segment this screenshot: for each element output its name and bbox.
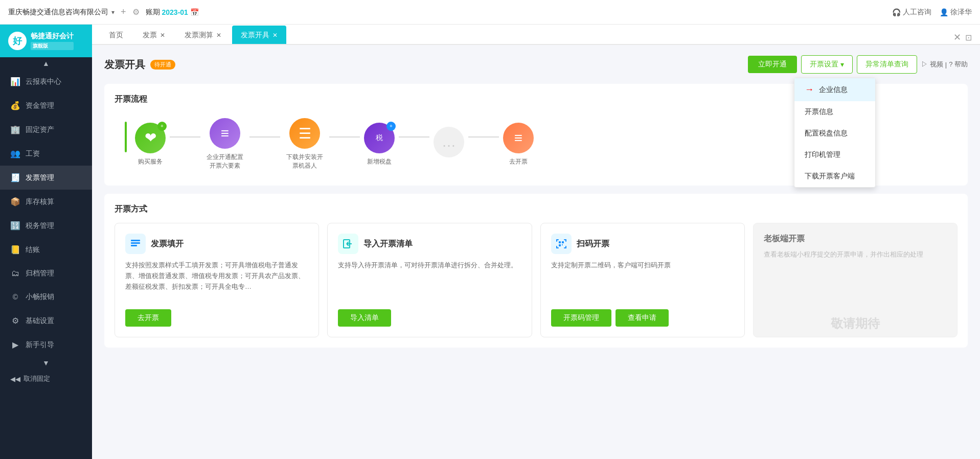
company-dropdown-icon[interactable]: ▾ (111, 9, 115, 16)
flow-step-addtax: 税 + 新增税盘 (364, 123, 395, 166)
video-help-button[interactable]: ▷ 视频 | ? 帮助 (921, 60, 968, 69)
settings-icon[interactable]: ⚙ (132, 7, 140, 17)
svg-rect-4 (559, 241, 561, 243)
tab-fapiao[interactable]: 发票 ✕ (134, 26, 174, 44)
tab-fapiao-close[interactable]: ✕ (160, 32, 165, 39)
tab-cesuan-close[interactable]: ✕ (216, 32, 221, 39)
sidebar-item-kucun[interactable]: 📦 库存核算 (0, 190, 92, 214)
tab-actions: ✕ ⊡ (953, 32, 972, 44)
step-label-buy: 购买服务 (138, 157, 163, 166)
logo-area: 好 畅捷通好会计 旗舰版 (0, 25, 92, 57)
method-scan-desc: 支持定制开票二维码，客户端可扫码开票 (551, 260, 734, 301)
method-card-boss: 老板端开票 查看老板端小程序提交的开票申请，并作出相应的处理 敬请期待 (753, 223, 958, 337)
abnormal-button[interactable]: 异常清单查询 (857, 55, 917, 74)
step-connector-1 (170, 136, 200, 137)
xinshou-icon: ▶ (10, 340, 20, 350)
sidebar-item-xinshou[interactable]: ▶ 新手引导 (0, 333, 92, 357)
step-badge-addtax: + (386, 122, 396, 131)
sidebar-item-xiaochang[interactable]: © 小畅报销 (0, 285, 92, 309)
sidebar-scroll-down[interactable]: ▼ (0, 357, 92, 369)
flow-left-border (125, 122, 127, 152)
company-name[interactable]: 重庆畅捷交通信息咨询有限公司 ▾ (8, 8, 115, 17)
dropdown-item-printer[interactable]: 打印机管理 (794, 144, 875, 166)
flow-step-go: ≡ 去开票 (503, 123, 534, 166)
add-button[interactable]: + (121, 7, 126, 17)
dropdown-item-enterprise-info[interactable]: → 企业信息 (794, 78, 875, 101)
sidebar-item-jichu[interactable]: ⚙ 基础设置 (0, 309, 92, 333)
sidebar-scroll-up[interactable]: ▲ (0, 57, 92, 70)
sidebar: 好 畅捷通好会计 旗舰版 ▲ 📊 云报表中心 💰 资金管理 🏢 固定资产 👥 工… (0, 25, 92, 459)
method-scan-header: 扫码开票 (551, 234, 734, 254)
dropdown-item-tax-disk[interactable]: 配置税盘信息 (794, 123, 875, 144)
step-connector-2 (249, 136, 280, 137)
calendar-icon[interactable]: 📅 (190, 8, 199, 16)
step-label-config: 企业开通配置开票六要素 (204, 153, 245, 170)
tab-home[interactable]: 首页 (100, 26, 132, 44)
sidebar-item-gongzi[interactable]: 👥 工资 (0, 142, 92, 166)
sidebar-cancel[interactable]: ◀◀ 取消固定 (0, 369, 92, 388)
red-arrow-icon: → (805, 84, 814, 95)
settings-dropdown-menu: → 企业信息 开票信息 配置税盘信息 打印机管理 下 (794, 78, 876, 188)
fill-go-button[interactable]: 去开票 (125, 309, 171, 327)
tab-close-window[interactable]: ✕ (953, 32, 961, 43)
tab-kaiju-close[interactable]: ✕ (272, 32, 278, 39)
svg-rect-6 (559, 244, 561, 246)
method-scan-icon (551, 234, 572, 254)
headset-icon: 🎧 (892, 8, 901, 16)
page-title-area: 发票开具 待开通 (104, 58, 175, 72)
sidebar-item-guidang[interactable]: 🗂 归档管理 (0, 262, 92, 285)
gudingzichan-icon: 🏢 (10, 125, 20, 134)
sidebar-item-jiezhang[interactable]: 📒 结账 (0, 238, 92, 262)
gongzi-icon: 👥 (10, 149, 20, 158)
sidebar-item-shuiwu[interactable]: 🔢 税务管理 (0, 214, 92, 238)
sidebar-item-fapiao[interactable]: 🧾 发票管理 (0, 166, 92, 190)
activate-button[interactable]: 立即开通 (748, 56, 797, 73)
scan-apply-button[interactable]: 查看申请 (616, 309, 669, 327)
sidebar-item-yunbao[interactable]: 📊 云报表中心 (0, 70, 92, 94)
method-fill-header: 发票填开 (125, 234, 308, 254)
dropdown-item-invoice-info[interactable]: 开票信息 (794, 101, 875, 123)
dropdown-item-download-client[interactable]: 下载开票客户端 (794, 166, 875, 187)
step-connector-3 (329, 136, 360, 137)
flow-step-download: ☰ 下载并安装开票机器人 (284, 118, 325, 170)
flow-step-placeholder: … (434, 127, 464, 162)
step-badge-buy: + (157, 122, 167, 131)
step-icon-buy: ❤ + (135, 123, 166, 153)
jiezhang-icon: 📒 (10, 245, 20, 255)
tab-fapiao-kaiju[interactable]: 发票开具 ✕ (232, 26, 286, 44)
shuiwu-icon: 🔢 (10, 221, 20, 231)
header-buttons: 立即开通 开票设置 ▾ 异常清单查询 ▷ 视频 | ? 帮助 → (748, 55, 968, 74)
user-info[interactable]: 👤 徐泽华 (940, 8, 972, 17)
kucun-icon: 📦 (10, 197, 20, 206)
scan-qr-button[interactable]: 开票码管理 (551, 309, 611, 327)
sidebar-item-gudingzichan[interactable]: 🏢 固定资产 (0, 118, 92, 142)
method-fill-desc: 支持按照发票样式手工填开发票；可开具增值税电子普通发票、增值税普通发票、增值税专… (125, 260, 308, 301)
import-go-button[interactable]: 导入清单 (338, 309, 391, 327)
method-scan-footer: 开票码管理 查看申请 (551, 309, 734, 327)
method-fill-footer: 去开票 (125, 309, 308, 327)
fapiao-icon: 🧾 (10, 173, 20, 182)
settings-button[interactable]: 开票设置 ▾ (801, 55, 853, 74)
methods-grid: 发票填开 支持按照发票样式手工填开发票；可开具增值税电子普通发票、增值税普通发票… (115, 223, 958, 337)
top-bar-actions: 🎧 人工咨询 👤 徐泽华 (892, 8, 972, 17)
main-layout: 好 畅捷通好会计 旗舰版 ▲ 📊 云报表中心 💰 资金管理 🏢 固定资产 👥 工… (0, 25, 980, 459)
tab-bar: 首页 发票 ✕ 发票测算 ✕ 发票开具 ✕ ✕ ⊡ (92, 25, 980, 45)
support-button[interactable]: 🎧 人工咨询 (892, 8, 931, 17)
page-content: 发票开具 待开通 立即开通 开票设置 ▾ 异常清单查询 ▷ 视频 | ? 帮助 (92, 45, 980, 459)
step-connector-5 (468, 136, 499, 137)
flow-step-config: ≡ 企业开通配置开票六要素 (204, 118, 245, 170)
tab-fapiao-cesuan[interactable]: 发票测算 ✕ (176, 26, 230, 44)
svg-rect-7 (562, 244, 563, 245)
svg-rect-0 (131, 240, 140, 241)
avatar-icon: 👤 (940, 8, 948, 16)
method-import-desc: 支持导入待开票清单，可对待开票清单进行拆分、合并处理。 (338, 260, 521, 301)
overlay-pending: 敬请期待 (754, 315, 957, 332)
method-card-fill: 发票填开 支持按照发票样式手工填开发票；可开具增值税电子普通发票、增值税普通发票… (115, 223, 319, 337)
method-card-scan: 扫码开票 支持定制开票二维码，客户端可扫码开票 开票码管理 查看申请 (540, 223, 745, 337)
sidebar-item-zijin[interactable]: 💰 资金管理 (0, 94, 92, 118)
tab-maximize[interactable]: ⊡ (965, 33, 972, 42)
step-icon-download: ☰ (289, 118, 320, 149)
method-card-import: 导入开票清单 支持导入待开票清单，可对待开票清单进行拆分、合并处理。 导入清单 (327, 223, 532, 337)
account-period: 账期 2023-01 📅 (146, 8, 199, 17)
method-scan-title: 扫码开票 (577, 239, 609, 249)
